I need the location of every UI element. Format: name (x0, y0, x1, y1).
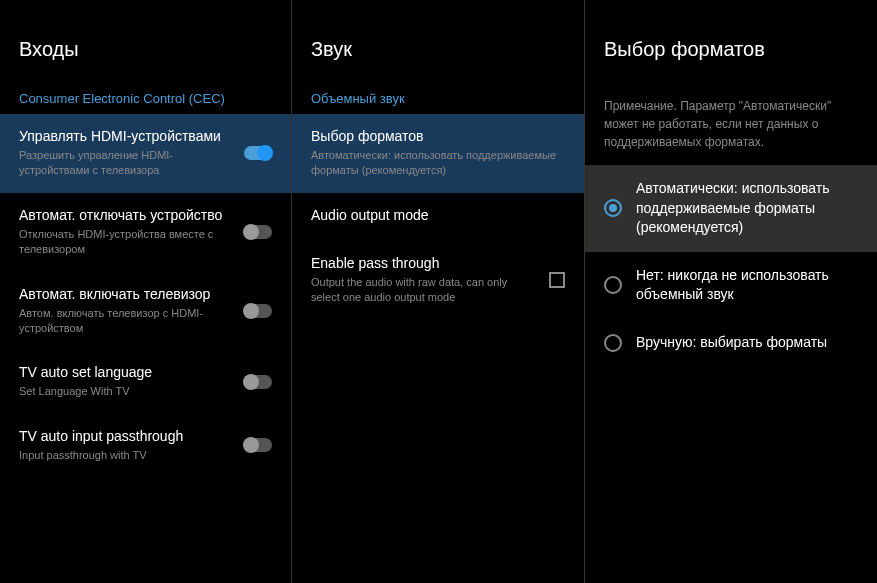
toggle-auto-input-passthrough[interactable] (244, 438, 272, 452)
setting-title: Enable pass through (311, 255, 539, 271)
setting-title: Автомат. включать телевизор (19, 286, 234, 302)
setting-title: Автомат. отключать устройство (19, 207, 234, 223)
format-selection-item[interactable]: Выбор форматов Автоматически: использова… (292, 114, 584, 193)
setting-text: Автомат. отключать устройство Отключать … (19, 207, 234, 258)
setting-title: TV auto set language (19, 364, 234, 380)
column-header: Выбор форматов (585, 0, 877, 83)
audio-output-mode-item[interactable]: Audio output mode (292, 193, 584, 241)
setting-desc: Автом. включать телевизор с HDMI-устройс… (19, 306, 234, 337)
radio-icon (604, 334, 622, 352)
auto-input-passthrough-item[interactable]: TV auto input passthrough Input passthro… (0, 414, 291, 477)
toggle-manage-hdmi[interactable] (244, 146, 272, 160)
column-title: Выбор форматов (604, 38, 858, 61)
format-note: Примечание. Параметр "Автоматически" мож… (585, 83, 877, 165)
setting-text: Выбор форматов Автоматически: использова… (311, 128, 565, 179)
setting-desc: Отключать HDMI-устройства вместе с телев… (19, 227, 234, 258)
radio-icon (604, 199, 622, 217)
setting-text: TV auto input passthrough Input passthro… (19, 428, 234, 463)
setting-text: Enable pass through Output the audio wit… (311, 255, 539, 306)
setting-title: TV auto input passthrough (19, 428, 234, 444)
sound-column: Звук Объемный звук Выбор форматов Автома… (292, 0, 585, 583)
column-header: Звук (292, 0, 584, 83)
column-header: Входы (0, 0, 291, 83)
format-column: Выбор форматов Примечание. Параметр "Авт… (585, 0, 877, 583)
radio-option-manual[interactable]: Вручную: выбирать форматы (585, 319, 877, 367)
setting-desc: Input passthrough with TV (19, 448, 234, 463)
inputs-column: Входы Consumer Electronic Control (CEC) … (0, 0, 292, 583)
radio-option-none[interactable]: Нет: никогда не использовать объемный зв… (585, 252, 877, 319)
setting-text: TV auto set language Set Language With T… (19, 364, 234, 399)
surround-section-label: Объемный звук (292, 83, 584, 114)
toggle-auto-set-language[interactable] (244, 375, 272, 389)
toggle-auto-off-device[interactable] (244, 225, 272, 239)
column-title: Звук (311, 38, 565, 61)
setting-desc: Set Language With TV (19, 384, 234, 399)
column-title: Входы (19, 38, 272, 61)
auto-set-language-item[interactable]: TV auto set language Set Language With T… (0, 350, 291, 413)
setting-text: Автомат. включать телевизор Автом. включ… (19, 286, 234, 337)
setting-text: Audio output mode (311, 207, 565, 227)
auto-off-device-item[interactable]: Автомат. отключать устройство Отключать … (0, 193, 291, 272)
setting-title: Выбор форматов (311, 128, 565, 144)
cec-section-label: Consumer Electronic Control (CEC) (0, 83, 291, 114)
setting-title: Audio output mode (311, 207, 565, 223)
setting-title: Управлять HDMI-устройствами (19, 128, 234, 144)
radio-label: Автоматически: использовать поддерживаем… (636, 179, 858, 238)
radio-label: Вручную: выбирать форматы (636, 333, 827, 353)
setting-text: Управлять HDMI-устройствами Разрешить уп… (19, 128, 234, 179)
toggle-auto-on-tv[interactable] (244, 304, 272, 318)
enable-passthrough-item[interactable]: Enable pass through Output the audio wit… (292, 241, 584, 320)
setting-desc: Output the audio with raw data, can only… (311, 275, 539, 306)
radio-label: Нет: никогда не использовать объемный зв… (636, 266, 858, 305)
manage-hdmi-item[interactable]: Управлять HDMI-устройствами Разрешить уп… (0, 114, 291, 193)
setting-desc: Разрешить управление HDMI-устройствами с… (19, 148, 234, 179)
radio-icon (604, 276, 622, 294)
auto-on-tv-item[interactable]: Автомат. включать телевизор Автом. включ… (0, 272, 291, 351)
setting-desc: Автоматически: использовать поддерживаем… (311, 148, 565, 179)
checkbox-passthrough[interactable] (549, 272, 565, 288)
radio-option-auto[interactable]: Автоматически: использовать поддерживаем… (585, 165, 877, 252)
